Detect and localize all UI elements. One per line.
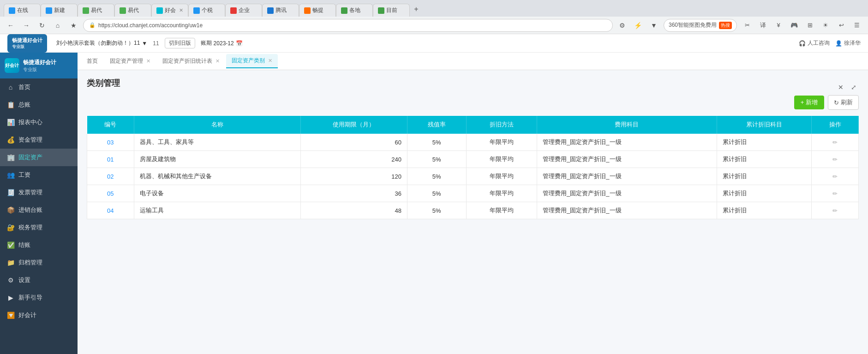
sidebar-item-reports[interactable]: 📊报表中心 [0,114,78,131]
cell-accumulated: 累计折旧 [717,134,811,151]
user-info[interactable]: 👤 徐泽华 [835,39,861,47]
calendar-icon[interactable]: 📅 [236,40,243,47]
cell-code: 01 [87,151,134,168]
content-tab-close-icon[interactable]: ✕ [146,58,150,64]
scissors-icon[interactable]: ✂ [741,19,754,32]
headphone-icon: 🎧 [799,40,806,47]
sidebar-item-home[interactable]: ⌂首页 [0,78,78,96]
content-tab-home[interactable]: 首页 [81,54,103,68]
sidebar-icon-funds: 💰 [6,136,15,144]
content-tab-close-icon[interactable]: ✕ [216,58,220,64]
table-header-折旧方法: 折旧方法 [466,116,537,134]
cell-name: 电子设备 [134,185,300,202]
content-tab-close-icon[interactable]: ✕ [268,58,272,64]
page-content: ✕ ⤢ 类别管理 + 新增 ↻ 刷新 编号名称使用期限（月）残值率折旧方法费用科… [78,70,868,354]
cell-expense: 管理费用_固定资产折旧_一级 [537,134,717,151]
sidebar-item-more[interactable]: 🔽好会计 [0,306,78,324]
cell-action[interactable]: ✏ [812,134,859,151]
sidebar-item-archive[interactable]: 📁归档管理 [0,254,78,271]
sidebar-item-checkout[interactable]: ✅结账 [0,236,78,254]
sidebar: 好会计畅捷通好会计专业版⌂首页📋总账📊报表中心💰资金管理🏢固定资产👥工资🧾发票管… [0,53,78,354]
sidebar-item-tax[interactable]: 🔐税务管理 [0,219,78,236]
app-logo-area: 畅捷通好会计 专业版 [7,34,47,53]
cell-expense: 管理费用_固定资产折旧_一级 [537,185,717,202]
browser-tab-tab1[interactable]: 在线 [4,4,41,17]
menu-icon[interactable]: ☰ [850,19,863,32]
reload-button[interactable]: ↻ [36,19,48,31]
browser-tab-tab3[interactable]: 易代 [78,4,114,17]
extensions-icon[interactable]: ⚡ [632,19,644,31]
new-tab-button[interactable]: + [410,3,423,16]
content-tab-category[interactable]: 固定资产类别✕ [226,54,278,68]
tab-label: 新建 [54,6,65,14]
edit-icon[interactable]: ✏ [817,173,853,180]
profile-icon[interactable]: ▼ [648,19,660,31]
sidebar-item-guide[interactable]: ▶新手引导 [0,289,78,306]
cell-accumulated: 累计折旧 [717,185,811,202]
grid-icon[interactable]: ⊞ [803,19,816,32]
tab-favicon [267,7,274,14]
browser-tab-tab4[interactable]: 易代 [114,4,151,17]
browser-tab-tab2[interactable]: 新建 [41,4,78,17]
switch-old-btn[interactable]: 切到旧版 [165,38,195,48]
edit-icon[interactable]: ✏ [817,207,853,214]
badge-count: 11 [153,40,159,47]
address-bar[interactable]: 🔒 https://cloud.chanjet.com/accounting/u… [83,19,613,32]
back-button[interactable]: ← [5,19,17,31]
edit-icon[interactable]: ✏ [817,139,853,146]
table-row: 01房屋及建筑物2405%年限平均管理费用_固定资产折旧_一级累计折旧✏ [87,151,859,168]
cell-action[interactable]: ✏ [812,202,859,219]
game-icon[interactable]: 🎮 [788,19,801,32]
sidebar-item-funds[interactable]: 💰资金管理 [0,131,78,149]
browser-tab-tab6[interactable]: 个税 [188,4,225,17]
refresh-button[interactable]: ↻ 刷新 [828,95,859,110]
browser-tab-tab7[interactable]: 企业 [225,4,262,17]
cell-method: 年限平均 [466,151,537,168]
sidebar-icon-ledger: 📋 [6,101,15,109]
search-bar[interactable]: 360智能抠图免费用 热搜 [664,19,737,32]
cell-action[interactable]: ✏ [812,168,859,185]
cell-action[interactable]: ✏ [812,151,859,168]
period-value: 2023-12 [214,40,234,47]
tab-label: 易代 [91,6,102,14]
browser-tab-tab9[interactable]: 畅提 [299,4,336,17]
close-window-icon[interactable]: ✕ [836,82,846,92]
brightness-icon[interactable]: ☀ [819,19,832,32]
cell-name: 器具、工具、家具等 [134,134,300,151]
browser-settings-icon[interactable]: ⚙ [617,19,629,31]
browser-tab-tab10[interactable]: 各地 [336,4,373,17]
edit-icon[interactable]: ✏ [817,190,853,197]
edit-icon[interactable]: ✏ [817,156,853,163]
browser-tab-tab5[interactable]: 好会✕ [151,4,188,17]
sidebar-item-fixed_assets[interactable]: 🏢固定资产 [0,149,78,166]
sidebar-item-ledger[interactable]: 📋总账 [0,96,78,114]
sidebar-icon-reports: 📊 [6,118,15,126]
translate-icon[interactable]: 译 [756,19,769,32]
maximize-window-icon[interactable]: ⤢ [849,82,859,92]
forward-button[interactable]: → [20,19,32,31]
table-row: 03器具、工具、家具等605%年限平均管理费用_固定资产折旧_一级累计折旧✏ [87,134,859,151]
sidebar-item-salary[interactable]: 👥工资 [0,166,78,184]
sidebar-item-settings[interactable]: ⚙设置 [0,271,78,289]
wallet-icon[interactable]: ¥ [772,19,785,32]
logo-sub-text: 专业版 [12,44,42,50]
sidebar-icon-invoice: 🧾 [6,188,15,197]
browser-tab-tab11[interactable]: 目前 [373,4,410,17]
period-selector: 账期 2023-12 📅 [201,39,243,47]
home-button[interactable]: ⌂ [52,19,64,31]
tab-close-icon[interactable]: ✕ [179,7,183,13]
browser-tab-tab8[interactable]: 腾讯 [262,4,299,17]
sidebar-item-stock[interactable]: 📦进销台账 [0,201,78,219]
consult-btn[interactable]: 🎧 人工咨询 [799,39,830,47]
sidebar-icon-checkout: ✅ [6,241,15,249]
sidebar-label-tax: 税务管理 [18,223,42,232]
cell-action[interactable]: ✏ [812,185,859,202]
sidebar-item-invoice[interactable]: 🧾发票管理 [0,184,78,201]
content-tab-depreciation[interactable]: 固定资产折旧统计表✕ [157,54,225,68]
username: 徐泽华 [844,39,861,47]
bookmark-button[interactable]: ★ [67,19,79,31]
content-tab-fixed_mgmt[interactable]: 固定资产管理✕ [104,54,156,68]
company-selector[interactable]: 刘小艳演示套装（勿删勿动！）11 ▼ [56,39,147,47]
undo-icon[interactable]: ↩ [835,19,848,32]
add-button[interactable]: + 新增 [794,96,824,109]
